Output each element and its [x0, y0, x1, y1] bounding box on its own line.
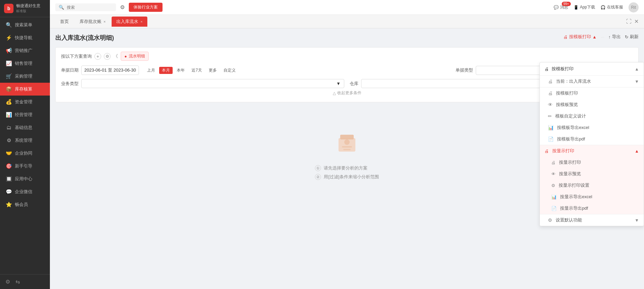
display-print-item[interactable]: 🖨 按显示打印: [540, 157, 644, 168]
date-picker[interactable]: 2023-06-01 至 2023-06-30: [81, 65, 139, 75]
header-settings-icon[interactable]: ⚙: [120, 4, 125, 10]
date-tab-custom[interactable]: 自定义: [221, 67, 238, 74]
base-icon: 🗂: [5, 125, 12, 130]
filter-settings-btn[interactable]: ⚙: [104, 53, 111, 60]
collab-icon: 🤝: [5, 150, 12, 156]
finance-icon: 💰: [5, 99, 12, 105]
date-tab-year[interactable]: 本年: [174, 67, 187, 74]
display-pdf-item[interactable]: 📄 按显示导出pdf: [540, 203, 644, 214]
refresh-btn[interactable]: ↻ 刷新: [625, 34, 639, 40]
template-print-label: 按模板打印: [556, 90, 578, 96]
logo-icon: b: [4, 4, 13, 13]
sidebar-item-collab[interactable]: 🤝企业协同: [0, 147, 50, 160]
sidebar-label-shortcuts: 快捷导航: [15, 35, 32, 41]
template-design-item[interactable]: ✏ 模板自定义设计: [540, 110, 644, 122]
template-excel-item[interactable]: 📊 按模板导出excel: [540, 122, 644, 133]
display-print-header[interactable]: 🖨 按显示打印 ▲: [540, 145, 644, 157]
expand-icon[interactable]: ⇆: [16, 279, 20, 285]
print-current-label: 当前：出入库流水: [556, 78, 591, 84]
template-pdf-label: 按模板导出pdf: [557, 136, 585, 142]
template-design-icon: ✏: [548, 113, 552, 119]
tab-batch-close[interactable]: ×: [104, 20, 106, 24]
print-current-arrow: ▼: [635, 79, 639, 84]
search-input[interactable]: [67, 5, 107, 10]
sidebar-item-finance[interactable]: 💰资金管理: [0, 96, 50, 108]
display-preview-icon: 👁: [551, 172, 556, 177]
print-dropdown-collapse[interactable]: ▲: [635, 67, 639, 72]
template-design-label: 模板自定义设计: [555, 113, 586, 119]
date-tab-prev[interactable]: 上月: [144, 67, 158, 74]
date-tab-last7[interactable]: 近7天: [189, 67, 205, 74]
set-default-item[interactable]: ⚙ 设置默认功能 ▼: [540, 214, 644, 226]
sidebar-item-system[interactable]: ⚙系统管理: [0, 134, 50, 147]
online-service-btn[interactable]: 🎧 在线客服: [601, 4, 623, 10]
date-tab-curr[interactable]: 本月: [159, 67, 173, 74]
chevron-up-icon: ▲: [592, 34, 597, 40]
svg-rect-3: [342, 146, 352, 148]
page-title: 出入库流水(流水明细): [55, 34, 639, 42]
display-print-icon: 🖨: [551, 160, 556, 165]
sidebar-item-purchase[interactable]: 🛒采购管理: [0, 70, 50, 83]
app-download-icon: 📱: [574, 5, 579, 10]
display-pdf-icon: 📄: [551, 206, 557, 211]
template-print-icon: 🖨: [548, 90, 553, 96]
sidebar-label-inventory: 库存核算: [15, 86, 32, 92]
sidebar-label-system: 系统管理: [15, 137, 32, 143]
sidebar-label-marketing: 营销推广: [15, 48, 32, 54]
sidebar-item-operations[interactable]: 📊经营管理: [0, 108, 50, 121]
headset-icon: 🎧: [601, 5, 606, 10]
tab-batch[interactable]: 库存批次账 ×: [75, 17, 110, 27]
date-range-text: 2023-06-01 至 2023-06-30: [84, 67, 136, 73]
filter-collapse-btn[interactable]: 《: [113, 53, 118, 59]
page-content: 出入库流水(流水明细) 🖨 按模板打印 ▲ ··· ↑ 导出 ↻ 刷新 按以下方…: [50, 28, 644, 289]
sidebar-item-guide[interactable]: 🎯新手引导: [0, 160, 50, 173]
sidebar-item-marketing[interactable]: 📢营销推广: [0, 44, 50, 57]
sidebar-item-appcenter[interactable]: 🔲应用中心: [0, 173, 50, 185]
tab-flow[interactable]: 出入库流水 ×: [112, 17, 147, 27]
sidebar-item-sales[interactable]: 📈销售管理: [0, 57, 50, 70]
header-actions: 💬 消息 99+ 📱 App下载 🎧 在线客服 Rit: [554, 2, 639, 12]
tab-home[interactable]: 首页: [55, 17, 74, 27]
date-tab-more[interactable]: 更多: [206, 67, 219, 74]
filter-tag-label: 流水明细: [129, 53, 145, 59]
search-box[interactable]: 🔍: [55, 3, 116, 11]
display-settings-item[interactable]: ⚙ 按显示打印设置: [540, 180, 644, 191]
industry-btn[interactable]: 体验行业方案: [129, 3, 163, 12]
empty-step-1: ① 请先选择要分析的方案: [315, 165, 379, 171]
display-print-subitems: 🖨 按显示打印 👁 按显示预览 ⚙ 按显示打印设置 📊 按显示导出excel: [540, 157, 644, 214]
doc-type-label: 单据类型: [456, 67, 473, 73]
tab-flow-close[interactable]: ×: [140, 20, 142, 24]
message-btn[interactable]: 💬 消息 99+: [554, 4, 568, 10]
member-icon: ⭐: [5, 202, 12, 208]
sidebar-label-member: 畅会员: [15, 202, 28, 208]
print-template-btn[interactable]: 🖨 按模板打印 ▲: [563, 34, 597, 40]
print-current-item[interactable]: 🖨 当前：出入库流水 ▼: [540, 76, 644, 87]
display-excel-label: 按显示导出excel: [560, 194, 592, 200]
shortcuts-icon: ⚡: [5, 35, 12, 41]
sidebar-item-inventory[interactable]: 📦库存核算: [0, 83, 50, 96]
purchase-icon: 🛒: [5, 73, 12, 79]
display-preview-item[interactable]: 👁 按显示预览: [540, 168, 644, 180]
display-excel-item[interactable]: 📊 按显示导出excel: [540, 191, 644, 203]
business-type-label: 业务类型: [61, 81, 79, 87]
sidebar-item-wxwork[interactable]: 💬企业微信: [0, 185, 50, 198]
app-download-btn[interactable]: 📱 App下载: [574, 4, 595, 10]
tab-expand-area: ⛶ ✕: [626, 18, 639, 25]
tab-batch-label: 库存批次账: [80, 19, 101, 25]
close-tab-btn[interactable]: ✕: [634, 18, 639, 25]
sidebar-item-member[interactable]: ⭐畅会员: [0, 198, 50, 211]
system-icon: ⚙: [5, 137, 12, 143]
export-btn[interactable]: ↑ 导出: [609, 34, 621, 40]
sidebar-item-base[interactable]: 🗂基础信息: [0, 121, 50, 134]
user-avatar[interactable]: Rit: [628, 2, 639, 12]
template-preview-item[interactable]: 👁 按模板预览: [540, 99, 644, 110]
settings-icon[interactable]: ⚙: [5, 279, 10, 285]
filter-add-btn[interactable]: +: [94, 53, 101, 60]
display-settings-icon: ⚙: [551, 183, 555, 188]
maximize-btn[interactable]: ⛶: [626, 18, 632, 25]
template-pdf-item[interactable]: 📄 按模板导出pdf: [540, 133, 644, 145]
sidebar-item-shortcuts[interactable]: ⚡快捷导航: [0, 31, 50, 44]
template-print-item[interactable]: 🖨 按模板打印: [540, 87, 644, 99]
sidebar-item-search[interactable]: 🔍搜索菜单: [0, 19, 50, 31]
business-type-select[interactable]: ▼: [81, 79, 344, 88]
